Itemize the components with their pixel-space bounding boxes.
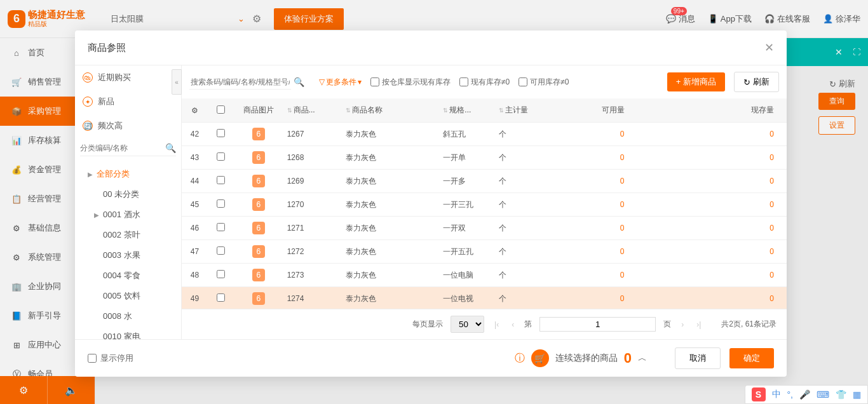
next-page-icon[interactable]: › — [679, 320, 686, 329]
stock-column[interactable]: 现存量 — [637, 98, 787, 123]
scope-item-0[interactable]: 🛍近期购买 — [75, 65, 181, 90]
expander-icon: ▶ — [94, 212, 100, 219]
last-page-icon[interactable]: ›| — [694, 320, 703, 329]
product-image-icon: 6 — [252, 292, 265, 305]
product-table-wrap: ⚙ 商品图片 ⇅商品... ⇅商品名称 ⇅规格... ⇅主计量 可用量 现存量 … — [182, 98, 787, 309]
ime-keyboard-icon[interactable]: ⌨ — [817, 389, 829, 400]
modal-footer: 显示停用 ⓘ 🛒 连续选择的商品 0 ︿ 取消 确定 — [75, 339, 787, 377]
category-item-0005[interactable]: 0005 饮料 — [75, 286, 181, 306]
row-checkbox[interactable] — [217, 152, 225, 161]
table-row[interactable]: 45 6 1270 泰力灰色 一开三孔 个 0 0 — [182, 193, 787, 217]
product-image-icon: 6 — [252, 198, 265, 211]
scope-icon: 🛍 — [83, 72, 93, 83]
category-search: 🔍 — [80, 140, 176, 156]
ime-punct-icon[interactable]: °, — [787, 389, 794, 400]
modal-left-panel: « 🛍近期购买✦新品🔄频次高 🔍 ▶ 全部分类 00 未分类▶0001 酒水00… — [75, 65, 182, 339]
filter-checkbox-0[interactable]: 按仓库显示现有库存 — [370, 77, 451, 88]
more-filters-link[interactable]: ▽ 更多条件 ▾ — [319, 77, 362, 88]
selection-summary: ⓘ 🛒 连续选择的商品 0 ︿ — [515, 349, 647, 367]
ime-skin-icon[interactable]: 👕 — [836, 389, 846, 400]
product-table: ⚙ 商品图片 ⇅商品... ⇅商品名称 ⇅规格... ⇅主计量 可用量 现存量 … — [182, 98, 787, 309]
help-icon[interactable]: ⓘ — [515, 352, 525, 365]
spec-column[interactable]: ⇅规格... — [439, 98, 495, 123]
filter-checkbox-1[interactable]: 现有库存≠0 — [459, 77, 510, 88]
search-icon[interactable]: 🔍 — [294, 77, 304, 87]
table-row[interactable]: 43 6 1268 泰力灰色 一开单 个 0 0 — [182, 146, 787, 170]
row-checkbox[interactable] — [217, 176, 225, 184]
category-item-0008[interactable]: 0008 水 — [75, 306, 181, 327]
ime-voice-icon[interactable]: 🎤 — [799, 389, 810, 400]
filter-checkbox-2[interactable]: 可用库存≠0 — [519, 77, 569, 88]
product-image-icon: 6 — [252, 222, 265, 234]
category-item-00[interactable]: 00 未分类 — [75, 184, 181, 205]
category-item-0003[interactable]: 0003 水果 — [75, 245, 181, 266]
select-all-checkbox[interactable] — [217, 105, 225, 114]
ime-menu-icon[interactable]: ▦ — [853, 389, 861, 400]
row-checkbox[interactable] — [217, 129, 225, 137]
product-image-icon: 6 — [252, 245, 265, 258]
close-icon[interactable]: ✕ — [764, 41, 774, 55]
category-tree: ▶ 全部分类 00 未分类▶0001 酒水0002 茶叶0003 水果0004 … — [75, 161, 181, 339]
ime-toolbar[interactable]: S 中 °, 🎤 ⌨ 👕 ▦ — [745, 385, 869, 404]
row-checkbox[interactable] — [217, 293, 225, 302]
name-column[interactable]: ⇅商品名称 — [342, 98, 440, 123]
add-product-button[interactable]: + 新增商品 — [667, 72, 725, 91]
modal-title: 商品参照 — [88, 42, 126, 54]
chevron-up-icon[interactable]: ︿ — [638, 353, 647, 364]
modal-header: 商品参照 ✕ — [75, 30, 787, 65]
page-input[interactable] — [539, 317, 656, 332]
unit-column[interactable]: ⇅主计量 — [495, 98, 539, 123]
cancel-button[interactable]: 取消 — [675, 347, 721, 369]
product-image-icon: 6 — [252, 151, 265, 164]
refresh-button[interactable]: ↻ 刷新 — [734, 72, 779, 92]
product-image-icon: 6 — [252, 128, 265, 140]
table-row[interactable]: 47 6 1272 泰力灰色 一开五孔 个 0 0 — [182, 240, 787, 264]
category-all[interactable]: ▶ 全部分类 — [75, 164, 181, 184]
cart-icon: 🛒 — [531, 349, 549, 367]
search-icon[interactable]: 🔍 — [165, 143, 176, 153]
collapse-button[interactable]: « — [172, 69, 182, 95]
available-column[interactable]: 可用量 — [539, 98, 637, 123]
table-row[interactable]: 48 6 1273 泰力灰色 一位电脑 个 0 0 — [182, 264, 787, 287]
modal-body: « 🛍近期购买✦新品🔄频次高 🔍 ▶ 全部分类 00 未分类▶0001 酒水00… — [75, 65, 787, 339]
image-column[interactable]: 商品图片 — [234, 98, 283, 123]
ime-lang[interactable]: 中 — [772, 389, 781, 400]
table-row[interactable]: 49 6 1274 泰力灰色 一位电视 个 0 0 — [182, 287, 787, 309]
scope-icon: ✦ — [83, 97, 93, 107]
modal-right-panel: 🔍 ▽ 更多条件 ▾ 按仓库显示现有库存现有库存≠0可用库存≠0 + 新增商品 … — [182, 65, 787, 339]
prev-page-icon[interactable]: ‹ — [509, 320, 517, 329]
table-row[interactable]: 44 6 1269 泰力灰色 一开多 个 0 0 — [182, 170, 787, 193]
product-search: 🔍 — [189, 75, 310, 90]
row-checkbox[interactable] — [217, 223, 225, 231]
scope-item-2[interactable]: 🔄频次高 — [75, 114, 181, 138]
scope-item-1[interactable]: ✦新品 — [75, 90, 181, 114]
per-page-select[interactable]: 50 — [451, 316, 484, 333]
row-checkbox[interactable] — [217, 199, 225, 208]
category-item-0002[interactable]: 0002 茶叶 — [75, 225, 181, 245]
chevron-down-icon: ▾ — [358, 77, 362, 86]
table-row[interactable]: 42 6 1267 泰力灰色 斜五孔 个 0 0 — [182, 123, 787, 146]
first-page-icon[interactable]: |‹ — [492, 320, 501, 329]
total-records: 共2页, 61条记录 — [721, 319, 776, 330]
gear-column[interactable]: ⚙ — [182, 98, 208, 123]
product-lookup-modal: 商品参照 ✕ « 🛍近期购买✦新品🔄频次高 🔍 ▶ 全部分类 00 未分类▶00… — [75, 30, 787, 377]
checkbox-column — [208, 98, 234, 123]
confirm-button[interactable]: 确定 — [729, 348, 774, 368]
category-item-0004[interactable]: 0004 零食 — [75, 266, 181, 286]
show-disabled-checkbox[interactable]: 显示停用 — [88, 353, 133, 364]
table-row[interactable]: 46 6 1271 泰力灰色 一开双 个 0 0 — [182, 217, 787, 240]
category-item-0010[interactable]: 0010 家电 — [75, 327, 181, 339]
chevron-right-icon: ▶ — [88, 171, 94, 178]
selected-count: 0 — [624, 350, 632, 367]
product-search-input[interactable] — [189, 75, 291, 90]
row-checkbox[interactable] — [217, 270, 225, 278]
code-column[interactable]: ⇅商品... — [283, 98, 342, 123]
row-checkbox[interactable] — [217, 246, 225, 255]
filter-icon: ▽ — [319, 77, 325, 86]
product-image-icon: 6 — [252, 269, 265, 281]
refresh-icon: ↻ — [743, 77, 750, 87]
category-item-0001[interactable]: ▶0001 酒水 — [75, 205, 181, 225]
sogou-logo-icon: S — [752, 387, 766, 401]
filter-bar: 🔍 ▽ 更多条件 ▾ 按仓库显示现有库存现有库存≠0可用库存≠0 + 新增商品 … — [182, 65, 787, 98]
category-search-input[interactable] — [80, 144, 165, 152]
